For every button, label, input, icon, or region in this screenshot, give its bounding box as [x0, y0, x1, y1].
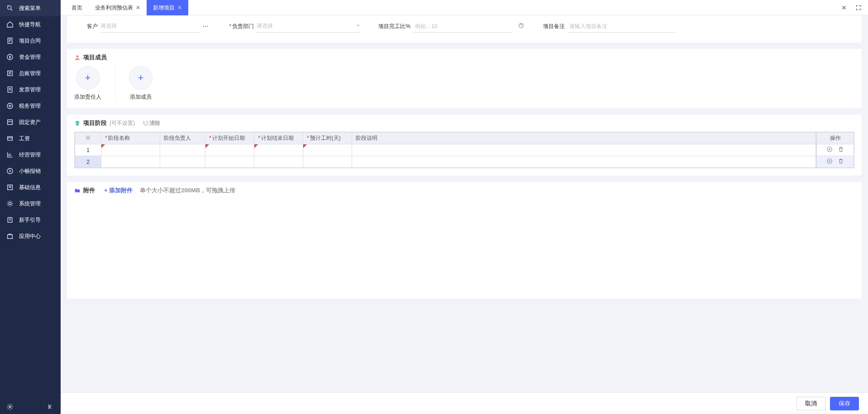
cell-end-date[interactable]: [254, 156, 303, 168]
add-owner-button[interactable]: +: [76, 66, 100, 90]
sidebar: 搜索菜单 快捷导航 项目合同 资金管理 总账管理 发票管理 税务管理 固定资产: [0, 0, 61, 414]
add-member: + 添加成员: [129, 66, 153, 101]
sidebar-item-fund[interactable]: 资金管理: [0, 49, 61, 65]
customer-select[interactable]: 请选择: [100, 20, 200, 33]
more-icon[interactable]: ···: [203, 23, 209, 29]
remark-input[interactable]: [568, 20, 676, 33]
section-title-text: 项目成员: [83, 53, 107, 62]
svg-point-0: [8, 6, 11, 10]
cancel-button[interactable]: 取消: [796, 397, 825, 410]
main: 首页 业务利润预估表 ✕ 新增项目 ✕ 客户: [61, 0, 868, 414]
sidebar-item-fixedasset[interactable]: 固定资产: [0, 114, 61, 130]
folder-icon: [74, 187, 81, 194]
cell-start-date[interactable]: [205, 144, 254, 156]
cell-phase-owner[interactable]: [160, 144, 205, 156]
info-icon: [6, 184, 14, 191]
delete-row-icon[interactable]: [837, 146, 844, 153]
sidebar-item-label: 项目合同: [19, 37, 41, 45]
cell-start-date[interactable]: [205, 156, 254, 168]
progress-input[interactable]: [413, 20, 513, 33]
sidebar-item-search[interactable]: 搜索菜单: [0, 0, 61, 16]
field-dept: *负责部门 请选择: [222, 20, 361, 33]
tab-home[interactable]: 首页: [65, 0, 89, 15]
sidebar-item-label: 基础信息: [19, 184, 41, 191]
table-row: 1: [75, 144, 816, 156]
tabbar: 首页 业务利润预估表 ✕ 新增项目 ✕: [61, 0, 868, 15]
close-all-icon[interactable]: [838, 2, 850, 14]
sidebar-item-basicinfo[interactable]: 基础信息: [0, 179, 61, 195]
th-desc: 阶段说明: [352, 133, 816, 144]
cell-phase-owner[interactable]: [160, 156, 205, 168]
cell-desc[interactable]: [352, 156, 816, 168]
close-icon[interactable]: ✕: [136, 0, 140, 15]
field-label: *负责部门: [222, 23, 254, 30]
cell-end-date[interactable]: [254, 144, 303, 156]
fullscreen-icon[interactable]: [853, 2, 864, 14]
sidebar-item-label: 工资: [19, 135, 30, 143]
sidebar-item-label: 快捷导航: [19, 21, 41, 29]
add-row-icon[interactable]: [826, 158, 833, 165]
cell-desc[interactable]: [352, 144, 816, 156]
dept-select[interactable]: 请选择: [257, 20, 361, 33]
sidebar-item-label: 搜索菜单: [19, 5, 41, 12]
sidebar-item-guide[interactable]: 新手引导: [0, 212, 61, 228]
tax-icon: [6, 102, 14, 109]
svg-rect-7: [8, 137, 13, 140]
sidebar-item-label: 税务管理: [19, 102, 41, 110]
tab-profit-estimate[interactable]: 业务利润预估表 ✕: [89, 0, 147, 15]
doc-icon: [6, 37, 14, 44]
th-days: *预计工时(天): [303, 133, 352, 144]
sidebar-item-salary[interactable]: 工资: [0, 130, 61, 147]
sidebar-item-reimburse[interactable]: 小畅报销: [0, 163, 61, 179]
delete-row-icon[interactable]: [837, 158, 844, 165]
clear-button[interactable]: 清除: [143, 119, 160, 127]
sidebar-item-quicknav[interactable]: 快捷导航: [0, 16, 61, 33]
sidebar-item-project-contract[interactable]: 项目合同: [0, 33, 61, 49]
collapse-icon[interactable]: [47, 403, 54, 410]
chevron-down-icon: [355, 23, 361, 29]
gear-icon[interactable]: [6, 403, 14, 410]
svg-point-16: [87, 137, 89, 138]
chart-icon: [6, 151, 14, 158]
row-index: 2: [75, 156, 101, 168]
sidebar-item-label: 小畅报销: [19, 167, 41, 175]
cell-phase-name[interactable]: [101, 156, 160, 168]
footer: 取消 保存: [61, 392, 868, 414]
select-placeholder: 请选择: [100, 22, 117, 30]
svg-point-15: [76, 55, 79, 57]
add-row-icon[interactable]: [826, 146, 833, 153]
help-icon[interactable]: [518, 23, 524, 30]
ledger-icon: [6, 70, 14, 77]
add-member-button[interactable]: +: [129, 66, 153, 90]
home-icon: [6, 21, 14, 28]
tab-label: 首页: [72, 0, 82, 15]
sidebar-item-invoice[interactable]: 发票管理: [0, 81, 61, 98]
table-row: 2: [75, 156, 816, 168]
sidebar-item-operation[interactable]: 经营管理: [0, 147, 61, 163]
tab-label: 业务利润预估表: [95, 0, 133, 15]
field-label: 客户: [74, 23, 98, 30]
tab-label: 新增项目: [153, 0, 175, 15]
sidebar-item-tax[interactable]: 税务管理: [0, 98, 61, 114]
add-attachment-button[interactable]: + 添加附件: [104, 186, 133, 195]
cell-days[interactable]: [303, 156, 352, 168]
save-button[interactable]: 保存: [830, 397, 859, 410]
sidebar-item-system[interactable]: 系统管理: [0, 195, 61, 212]
th-settings[interactable]: [75, 133, 101, 144]
field-label: 项目备注: [538, 23, 565, 30]
sidebar-item-ledger[interactable]: 总账管理: [0, 65, 61, 81]
tab-new-project[interactable]: 新增项目 ✕: [147, 0, 188, 15]
sidebar-item-label: 总账管理: [19, 70, 41, 77]
cell-days[interactable]: [303, 144, 352, 156]
section-title-text: 附件: [83, 186, 95, 195]
phase-ops-table: 操作: [816, 132, 854, 168]
money-icon: [6, 53, 14, 61]
field-customer: 客户 请选择 ···: [74, 20, 209, 33]
reimburse-icon: [6, 167, 14, 175]
sidebar-item-appcenter[interactable]: 应用中心: [0, 228, 61, 244]
app-icon: [6, 233, 14, 240]
cell-phase-name[interactable]: [101, 144, 160, 156]
search-icon: [6, 5, 14, 12]
close-icon[interactable]: ✕: [177, 0, 182, 15]
person-icon: [74, 54, 81, 61]
